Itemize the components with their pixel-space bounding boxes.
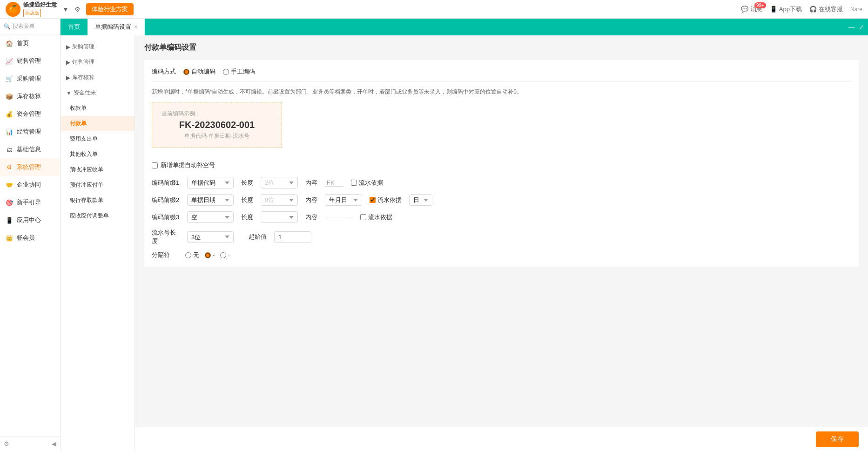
save-button[interactable]: 保存 bbox=[816, 431, 859, 447]
message-button[interactable]: 💬 消息 99+ bbox=[741, 5, 762, 13]
length3-select[interactable] bbox=[261, 211, 298, 223]
auto-encoding-input[interactable] bbox=[183, 69, 189, 75]
sidebar-item-enterprise[interactable]: 🤝 企业协同 bbox=[0, 176, 60, 194]
submenu-item-prepaid-ap[interactable]: 预付冲应付单 bbox=[61, 177, 135, 193]
sidebar-search-label: 搜索菜单 bbox=[13, 22, 35, 30]
sidebar-item-guide[interactable]: 🎯 新手引导 bbox=[0, 194, 60, 211]
user-info[interactable]: Nare bbox=[850, 6, 862, 13]
sidebar-item-purchase[interactable]: 🛒 采购管理 bbox=[0, 70, 60, 88]
dropdown-arrow[interactable]: ▼ bbox=[62, 6, 69, 13]
sidebar-item-system[interactable]: ⚙ 系统管理 bbox=[0, 158, 60, 176]
submenu-group-inventory: ▶ 库存核算 bbox=[61, 70, 135, 85]
start-value-input[interactable] bbox=[274, 231, 311, 243]
message-badge: 99+ bbox=[754, 2, 766, 8]
sep-none-input[interactable] bbox=[185, 252, 191, 258]
length1-select[interactable]: 2位 bbox=[261, 177, 298, 188]
serial1-checkbox[interactable]: 流水依据 bbox=[351, 179, 383, 187]
separator-options: 无 - · bbox=[185, 251, 230, 259]
top-bar-left: 🍊 畅捷通好生意 插店版 ▼ ⚙ 体验行业方案 bbox=[6, 1, 134, 17]
purchase-icon: 🛒 bbox=[6, 75, 13, 82]
tab-bar-actions: — ⤢ bbox=[848, 23, 868, 31]
auto-encoding-radio[interactable]: 自动编码 bbox=[183, 67, 215, 76]
radio-group-encoding: 自动编码 手工编码 bbox=[183, 67, 255, 76]
sidebar-item-label: 应用中心 bbox=[17, 216, 41, 224]
operation-icon: 📊 bbox=[6, 128, 13, 135]
prefix1-row: 编码前缀1 单据代码 长度 2位 内容 FK bbox=[152, 177, 851, 188]
sales-icon: 📈 bbox=[6, 57, 13, 65]
serial-length-select[interactable]: 3位 bbox=[187, 231, 234, 243]
tab-home[interactable]: 首页 bbox=[61, 19, 87, 35]
serial2-period-select[interactable]: 日 bbox=[409, 194, 432, 206]
sidebar-collapse-icon[interactable]: ◀ bbox=[52, 440, 56, 447]
sep-dash-radio[interactable]: - bbox=[205, 252, 215, 259]
logo-text: 畅捷通好生意 插店版 bbox=[23, 1, 57, 17]
sidebar-item-member[interactable]: 👑 畅会员 bbox=[0, 229, 60, 247]
sidebar-item-label: 系统管理 bbox=[17, 163, 41, 171]
manual-encoding-radio[interactable]: 手工编码 bbox=[223, 67, 255, 76]
sep-none-radio[interactable]: 无 bbox=[185, 251, 199, 259]
example-box: 当前编码示例： FK-20230602-001 单据代码-单据日期-流水号 bbox=[152, 102, 282, 148]
submenu-item-other-income[interactable]: 其他收入单 bbox=[61, 147, 135, 162]
sidebar-item-label: 首页 bbox=[17, 39, 29, 47]
submenu-header-purchase[interactable]: ▶ 采购管理 bbox=[61, 39, 135, 54]
serial3-input[interactable] bbox=[360, 214, 366, 220]
sidebar-item-inventory[interactable]: 📦 库存核算 bbox=[0, 88, 60, 105]
tab-encoding-settings[interactable]: 单据编码设置 × bbox=[87, 19, 145, 35]
serial3-label: 流水依据 bbox=[368, 213, 392, 222]
sep-dash-input[interactable] bbox=[205, 252, 211, 258]
prefix3-select[interactable]: 空 bbox=[187, 211, 234, 223]
submenu-item-expense[interactable]: 费用支出单 bbox=[61, 131, 135, 147]
sep-dot-input[interactable] bbox=[220, 252, 226, 258]
main-content: 付款单编码设置 编码方式 自动编码 bbox=[135, 35, 868, 427]
sidebar-item-basic[interactable]: 🗂 基础信息 bbox=[0, 141, 60, 158]
app-download-icon: 📱 bbox=[770, 6, 777, 13]
online-service-button[interactable]: 🎧 在线客服 bbox=[809, 5, 843, 13]
example-wrapper: 当前编码示例： FK-20230602-001 单据代码-单据日期-流水号 bbox=[152, 102, 851, 155]
chevron-right-icon: ▶ bbox=[66, 44, 70, 50]
submenu-label: 采购管理 bbox=[72, 43, 94, 51]
manual-encoding-input[interactable] bbox=[223, 69, 229, 75]
sidebar-bottom: ⚙ ◀ bbox=[0, 436, 60, 451]
app-download-button[interactable]: 📱 App下载 bbox=[770, 5, 802, 13]
top-bar: 🍊 畅捷通好生意 插店版 ▼ ⚙ 体验行业方案 💬 消息 99+ 📱 App下载… bbox=[0, 0, 868, 19]
prefix1-select[interactable]: 单据代码 bbox=[187, 177, 234, 188]
sep-none-label: 无 bbox=[193, 251, 199, 259]
tab-bar: 首页 单据编码设置 × — ⤢ bbox=[61, 19, 868, 35]
sep-dot-radio[interactable]: · bbox=[220, 252, 230, 259]
content2-select[interactable]: 年月日 bbox=[325, 194, 362, 206]
service-label: 在线客服 bbox=[819, 5, 843, 13]
window-maximize-icon[interactable]: ⤢ bbox=[859, 23, 864, 31]
sidebar-settings-icon[interactable]: ⚙ bbox=[4, 440, 9, 447]
sidebar-item-appstore[interactable]: 📱 应用中心 bbox=[0, 211, 60, 229]
auto-fill-checkbox[interactable] bbox=[152, 162, 158, 168]
sidebar-item-operation[interactable]: 📊 经营管理 bbox=[0, 123, 60, 141]
submenu-item-adjust[interactable]: 应收应付调整单 bbox=[61, 208, 135, 223]
finance-icon: 💰 bbox=[6, 110, 13, 118]
start-value-label: 起始值 bbox=[249, 233, 267, 241]
sidebar-item-finance[interactable]: 💰 资金管理 bbox=[0, 105, 60, 123]
sidebar-item-sales[interactable]: 📈 销售管理 bbox=[0, 52, 60, 70]
serial3-checkbox[interactable]: 流水依据 bbox=[360, 213, 392, 222]
serial2-input[interactable] bbox=[370, 197, 376, 203]
promo-button[interactable]: 体验行业方案 bbox=[86, 3, 134, 15]
submenu-item-prepaid-ar[interactable]: 预收冲应收单 bbox=[61, 162, 135, 177]
serial2-checkbox[interactable]: 流水依据 bbox=[370, 196, 402, 204]
submenu-header-fund[interactable]: ▼ 资金往来 bbox=[61, 85, 135, 101]
submenu-item-bank[interactable]: 银行存取款单 bbox=[61, 193, 135, 208]
sidebar-search[interactable]: 🔍 搜索菜单 bbox=[0, 19, 60, 34]
tab-close-icon[interactable]: × bbox=[134, 24, 137, 30]
submenu-header-inventory[interactable]: ▶ 库存核算 bbox=[61, 70, 135, 85]
submenu-item-payment[interactable]: 付款单 bbox=[61, 116, 135, 131]
separator-row: 分隔符 无 - bbox=[152, 251, 851, 259]
submenu-item-receipt[interactable]: 收款单 bbox=[61, 101, 135, 116]
sidebar-item-home[interactable]: 🏠 首页 bbox=[0, 34, 60, 52]
serial1-input[interactable] bbox=[351, 180, 357, 186]
window-minimize-icon[interactable]: — bbox=[848, 23, 855, 31]
home-icon: 🏠 bbox=[6, 40, 13, 47]
prefix2-select[interactable]: 单据日期 bbox=[187, 194, 234, 206]
submenu-header-sales[interactable]: ▶ 销售管理 bbox=[61, 54, 135, 70]
separator-label: 分隔符 bbox=[152, 251, 180, 259]
settings-icon[interactable]: ⚙ bbox=[74, 6, 81, 13]
length2-select[interactable]: 8位 bbox=[261, 194, 298, 206]
sidebar-item-label: 新手引导 bbox=[17, 198, 41, 207]
